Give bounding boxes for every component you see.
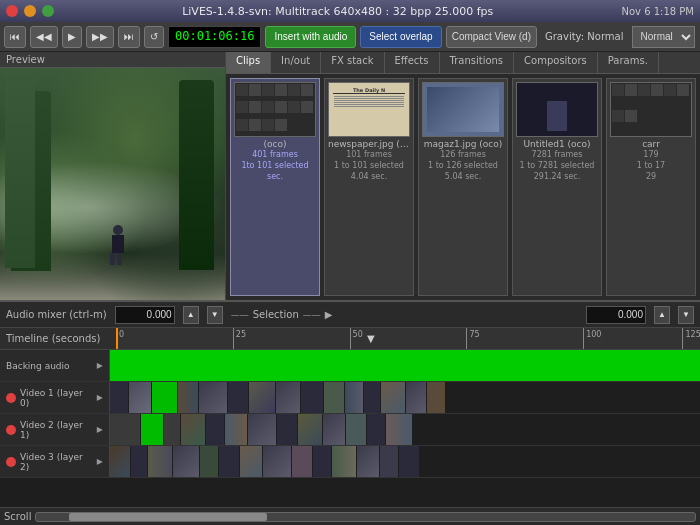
clip-item-1[interactable]: The Daily N newspaper.jpg (oc — [324, 78, 414, 296]
v3-clip-1[interactable] — [131, 446, 147, 477]
play-btn[interactable]: ▶ — [62, 26, 82, 48]
track-video2-header: Video 2 (layer 1) ▶ — [0, 414, 110, 445]
tab-transitions[interactable]: Transitions — [440, 52, 515, 73]
v1-clip-10[interactable] — [345, 382, 363, 413]
scroll-bar: Scroll — [0, 507, 700, 525]
backing-audio-bar — [110, 350, 700, 381]
preview-character — [108, 225, 128, 265]
v1-clip-3[interactable] — [178, 382, 198, 413]
v3-clip-7[interactable] — [263, 446, 291, 477]
char-head — [113, 225, 123, 235]
newspaper-lines — [334, 96, 404, 108]
v1-clip-6[interactable] — [249, 382, 275, 413]
v2-clip-2[interactable] — [206, 414, 224, 445]
clip-info-0: 401 frames1to 101 selectedsec. — [241, 149, 308, 183]
minimize-btn[interactable] — [24, 5, 36, 17]
timecode[interactable]: 00:01:06:16 — [168, 26, 261, 48]
v3-clip-8[interactable] — [292, 446, 312, 477]
v2-clip-5[interactable] — [277, 414, 297, 445]
scroll-label: Scroll — [4, 511, 31, 522]
v2-clip-0[interactable] — [141, 414, 163, 445]
v3-clip-6[interactable] — [240, 446, 262, 477]
tick-125: 125 — [682, 328, 700, 349]
v3-clip-13[interactable] — [399, 446, 419, 477]
v3-clip-12[interactable] — [380, 446, 398, 477]
v3-clip-11[interactable] — [357, 446, 379, 477]
preview-background — [0, 68, 225, 300]
forward-btn[interactable]: ▶▶ — [86, 26, 114, 48]
ruler[interactable]: 0 25 50 75 100 125 ▼ — [116, 328, 700, 349]
v3-clip-2[interactable] — [148, 446, 172, 477]
magazine-image — [427, 87, 499, 132]
np-line — [334, 106, 404, 107]
v1-clip-12[interactable] — [381, 382, 405, 413]
v2-clip-10[interactable] — [386, 414, 412, 445]
clip-info-2: 126 frames1 to 126 selected5.04 sec. — [428, 149, 498, 183]
v2-clip-7[interactable] — [323, 414, 345, 445]
v3-clip-10[interactable] — [332, 446, 356, 477]
v1-clip-14[interactable] — [427, 382, 445, 413]
v1-clip-11[interactable] — [364, 382, 380, 413]
tab-fxstack[interactable]: FX stack — [321, 52, 384, 73]
track-video2-arrow[interactable]: ▶ — [97, 425, 103, 434]
insert-audio-btn[interactable]: Insert with audio — [265, 26, 356, 48]
audio-spin-down-right[interactable]: ▼ — [678, 306, 694, 324]
clip-item-3[interactable]: Untitled1 (oco) 7281 frames1 to 7281 sel… — [512, 78, 602, 296]
v3-clip-4[interactable] — [200, 446, 218, 477]
v2-clip-6[interactable] — [298, 414, 322, 445]
track-video1-arrow[interactable]: ▶ — [97, 393, 103, 402]
audio-spin-up-right[interactable]: ▲ — [654, 306, 670, 324]
clip-item-0[interactable]: (oco) 401 frames1to 101 selectedsec. — [230, 78, 320, 296]
v1-clip-7[interactable] — [276, 382, 300, 413]
close-btn[interactable] — [6, 5, 18, 17]
v3-clip-5[interactable] — [219, 446, 239, 477]
track-video3-arrow[interactable]: ▶ — [97, 457, 103, 466]
clip-thumbnail-1: The Daily N — [328, 82, 410, 137]
rewind-btn[interactable]: ⏮ — [4, 26, 26, 48]
clip-item-2[interactable]: magaz1.jpg (oco) 126 frames1 to 126 sele… — [418, 78, 508, 296]
clip-name-2: magaz1.jpg (oco) — [422, 139, 504, 149]
v1-clip-2[interactable] — [152, 382, 177, 413]
v1-clip-13[interactable] — [406, 382, 426, 413]
scroll-track[interactable] — [35, 512, 696, 522]
tab-compositors[interactable]: Compositors — [514, 52, 598, 73]
v1-clip-9[interactable] — [324, 382, 344, 413]
audio-spin-up[interactable]: ▲ — [183, 306, 199, 324]
v1-clip-1[interactable] — [129, 382, 151, 413]
v3-clip-0[interactable] — [110, 446, 130, 477]
compact-view-btn[interactable]: Compact View (d) — [446, 26, 537, 48]
v2-clip-3[interactable] — [225, 414, 247, 445]
audio-value-right[interactable] — [586, 306, 646, 324]
back-btn[interactable]: ◀◀ — [30, 26, 58, 48]
v3-clip-9[interactable] — [313, 446, 331, 477]
tab-effects[interactable]: Effects — [385, 52, 440, 73]
gravity-select[interactable]: Normal To start To end — [632, 26, 695, 48]
v1-clip-8[interactable] — [301, 382, 323, 413]
audio-spin-down[interactable]: ▼ — [207, 306, 223, 324]
v2-clip-8[interactable] — [346, 414, 366, 445]
maximize-btn[interactable] — [42, 5, 54, 17]
v1-clip-4[interactable] — [199, 382, 227, 413]
track-backing-arrow[interactable]: ▶ — [97, 361, 103, 370]
film-cell — [262, 119, 274, 131]
audio-value-left[interactable] — [115, 306, 175, 324]
v2-clip-1[interactable] — [181, 414, 205, 445]
end-btn[interactable]: ⏭ — [118, 26, 140, 48]
loop-btn[interactable]: ↺ — [144, 26, 164, 48]
tab-params[interactable]: Params. — [598, 52, 659, 73]
film-cell — [249, 101, 261, 113]
timeline-row: Timeline (seconds) 0 25 50 75 100 125 ▼ — [0, 328, 700, 350]
v3-clip-3[interactable] — [173, 446, 199, 477]
v2-clip-4[interactable] — [248, 414, 276, 445]
tab-clips[interactable]: Clips — [226, 52, 271, 73]
film-cell — [625, 84, 637, 96]
v2-clip-9[interactable] — [367, 414, 385, 445]
v1-clip-5[interactable] — [228, 382, 248, 413]
playhead[interactable] — [116, 328, 118, 349]
select-overlap-btn[interactable]: Select overlap — [360, 26, 441, 48]
clip-item-4[interactable]: carr 1791 to 1729 — [606, 78, 696, 296]
film-cell — [612, 84, 624, 96]
tab-inout[interactable]: In/out — [271, 52, 321, 73]
scroll-thumb[interactable] — [69, 513, 267, 521]
v1-clip-0[interactable] — [110, 382, 128, 413]
